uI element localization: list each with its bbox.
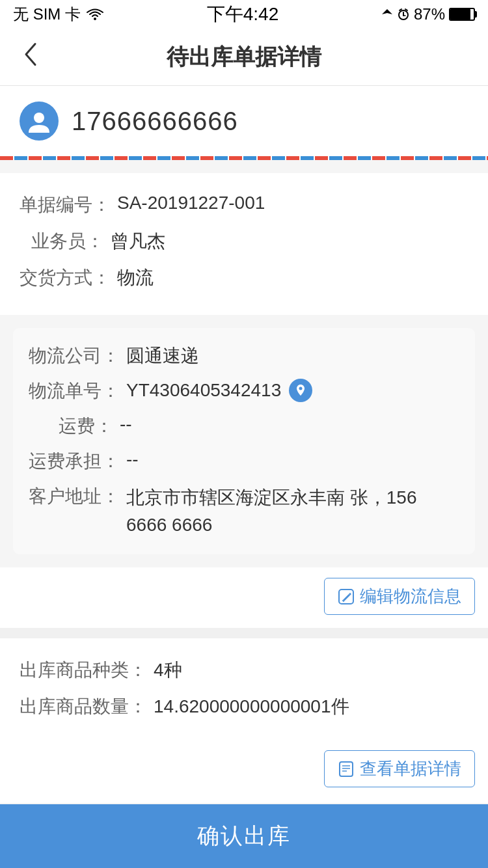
svg-point-8 xyxy=(299,387,303,390)
confirm-button-container: 确认出库 xyxy=(0,804,488,868)
svg-line-5 xyxy=(400,9,401,10)
customer-row: 17666666666 xyxy=(0,86,488,156)
order-info-section: 单据编号： SA-20191227-001 业务员： 曾凡杰 交货方式： 物流 xyxy=(0,173,488,315)
back-button[interactable] xyxy=(16,34,44,79)
logistics-tracking-row: 物流单号： YT4306405342413 xyxy=(29,379,459,403)
sales-person-label: 业务员： xyxy=(20,229,111,254)
page-title: 待出库单据详情 xyxy=(167,42,321,72)
status-carrier: 无 SIM 卡 xyxy=(13,4,104,25)
section-divider-1 xyxy=(0,628,488,638)
freight-label: 运费： xyxy=(29,414,120,439)
svg-rect-12 xyxy=(340,762,353,776)
logistics-company-row: 物流公司： 圆通速递 xyxy=(29,344,459,368)
goods-quantity-row: 出库商品数量： 14.620000000000001件 xyxy=(20,694,468,719)
goods-quantity-value: 14.620000000000001件 xyxy=(154,694,349,719)
customer-avatar xyxy=(20,102,59,141)
nav-bar: 待出库单据详情 xyxy=(0,29,488,86)
track-location-button[interactable] xyxy=(289,379,312,402)
goods-quantity-label: 出库商品数量： xyxy=(20,694,154,719)
confirm-outbound-button[interactable]: 确认出库 xyxy=(0,804,488,868)
order-number-label: 单据编号： xyxy=(20,193,117,217)
battery-icon xyxy=(449,8,475,21)
address-value: 北京市市辖区海淀区永丰南 张，156 6666 6666 xyxy=(126,484,459,539)
sales-person-row: 业务员： 曾凡杰 xyxy=(20,229,468,254)
delivery-method-row: 交货方式： 物流 xyxy=(20,265,468,290)
sales-person-value: 曾凡杰 xyxy=(111,229,468,254)
battery-percent: 87% xyxy=(414,5,445,23)
carrier-text: 无 SIM 卡 xyxy=(13,4,81,25)
map-pin-icon xyxy=(293,383,308,398)
goods-types-label: 出库商品种类： xyxy=(20,658,154,683)
freight-bearer-value: -- xyxy=(126,449,459,470)
delivery-method-label: 交货方式： xyxy=(20,265,117,290)
view-detail-button-row: 查看单据详情 xyxy=(0,744,488,803)
svg-line-6 xyxy=(405,9,407,10)
freight-bearer-row: 运费承担： -- xyxy=(29,449,459,474)
edit-logistics-button[interactable]: 编辑物流信息 xyxy=(324,578,475,615)
svg-marker-1 xyxy=(382,9,392,14)
svg-point-7 xyxy=(34,113,44,123)
freight-row: 运费： -- xyxy=(29,414,459,439)
goods-types-row: 出库商品种类： 4种 xyxy=(20,658,468,683)
address-label: 客户地址： xyxy=(29,484,126,509)
view-detail-button[interactable]: 查看单据详情 xyxy=(324,750,475,787)
logistics-tracking-label: 物流单号： xyxy=(29,379,126,403)
document-icon xyxy=(338,761,355,778)
customer-phone: 17666666666 xyxy=(72,107,238,136)
avatar-icon xyxy=(27,109,51,133)
freight-bearer-label: 运费承担： xyxy=(29,449,126,474)
goods-types-value: 4种 xyxy=(154,658,182,683)
status-time: 下午4:42 xyxy=(207,2,279,27)
status-right: 87% xyxy=(381,5,475,23)
edit-icon xyxy=(338,588,355,605)
view-detail-label: 查看单据详情 xyxy=(360,757,461,780)
logistics-card: 物流公司： 圆通速递 物流单号： YT4306405342413 运费： -- … xyxy=(13,328,475,554)
edit-button-row: 编辑物流信息 xyxy=(0,567,488,628)
dashed-divider xyxy=(0,156,488,160)
delivery-method-value: 物流 xyxy=(117,265,468,290)
tracking-row: YT4306405342413 xyxy=(126,379,312,402)
freight-value: -- xyxy=(120,414,459,435)
status-bar: 无 SIM 卡 下午4:42 87% xyxy=(0,0,488,29)
alarm-icon xyxy=(397,8,410,21)
order-number-row: 单据编号： SA-20191227-001 xyxy=(20,193,468,217)
logistics-company-label: 物流公司： xyxy=(29,344,126,368)
wifi-icon xyxy=(86,8,104,21)
logistics-company-value: 圆通速递 xyxy=(126,344,459,368)
goods-section: 出库商品种类： 4种 出库商品数量： 14.620000000000001件 xyxy=(0,638,488,744)
location-arrow-icon xyxy=(381,8,393,20)
address-row: 客户地址： 北京市市辖区海淀区永丰南 张，156 6666 6666 xyxy=(29,484,459,539)
order-number-value: SA-20191227-001 xyxy=(117,193,468,213)
logistics-tracking-value: YT4306405342413 xyxy=(126,380,281,401)
edit-logistics-label: 编辑物流信息 xyxy=(360,585,461,608)
svg-point-0 xyxy=(94,18,96,20)
